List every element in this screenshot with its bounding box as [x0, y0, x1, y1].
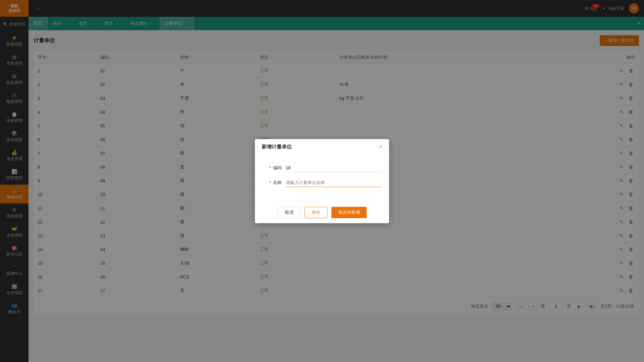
modal-body: * 编码 * 名称: [255, 155, 389, 201]
code-required-star: *: [269, 165, 271, 170]
code-input[interactable]: [285, 164, 382, 172]
name-label: * 名称: [262, 180, 282, 186]
modal-overlay: 新增计量单位 × * 编码 * 名称 取消 保存 保存并新增: [0, 0, 644, 362]
modal-header: 新增计量单位 ×: [255, 139, 389, 155]
cancel-button[interactable]: 取消: [278, 207, 301, 218]
name-required-star: *: [269, 180, 271, 185]
add-unit-modal: 新增计量单位 × * 编码 * 名称 取消 保存 保存并新增: [255, 139, 389, 223]
form-row-code: * 编码: [262, 164, 382, 172]
save-button[interactable]: 保存: [305, 207, 327, 218]
save-and-new-button[interactable]: 保存并新增: [331, 207, 367, 218]
form-row-name: * 名称: [262, 178, 382, 187]
modal-title: 新增计量单位: [262, 144, 292, 150]
code-label: * 编码: [262, 165, 282, 171]
name-input[interactable]: [285, 178, 382, 187]
modal-close-button[interactable]: ×: [379, 144, 382, 150]
modal-footer: 取消 保存 保存并新增: [255, 201, 389, 223]
